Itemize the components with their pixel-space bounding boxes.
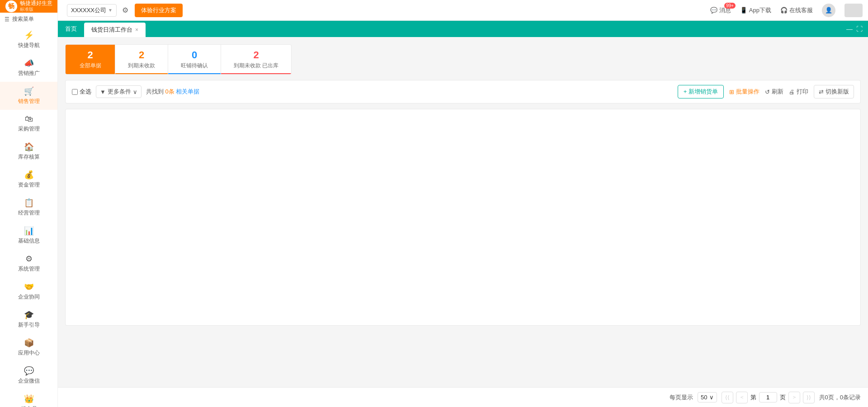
- online-service-action[interactable]: 🎧 在线客服: [780, 6, 813, 14]
- tabs-bar: 首页 钱货日清工作台 × — ⛶: [58, 21, 868, 37]
- batch-label: 批量操作: [736, 88, 760, 96]
- sidebar-item-label: 应用中心: [18, 349, 40, 357]
- search-label: 搜索菜单: [12, 15, 34, 23]
- sidebar-search[interactable]: ☰ 搜索菜单: [0, 13, 57, 26]
- per-page-label: 每页显示: [670, 393, 693, 402]
- sidebar-item-sales-mgmt[interactable]: 🛒 销售管理: [0, 82, 57, 110]
- sidebar-item-system-mgmt[interactable]: ⚙ 系统管理: [0, 249, 57, 277]
- mobile-icon: 📱: [740, 7, 747, 14]
- database-icon: 📊: [24, 226, 34, 236]
- stat-num-overdue: 2: [128, 49, 155, 61]
- print-icon: 🖨: [789, 89, 795, 95]
- sidebar-item-label: 快捷导航: [18, 42, 40, 49]
- search-icon: ☰: [5, 16, 9, 23]
- switch-btn[interactable]: ⇄ 切换新版: [814, 85, 854, 98]
- sidebar-item-quick-nav[interactable]: ⚡ 快捷导航: [0, 26, 57, 54]
- stat-tab-overdue[interactable]: 2 到期未收款: [115, 45, 168, 74]
- stats-tabs: 2 全部单据 2 到期未收款 0 旺铺待确认 2 到期未收款 已出库: [65, 44, 292, 75]
- tab-minimize-icon[interactable]: —: [846, 25, 853, 33]
- toolbar: 全选 ▼ 更多条件 ∨ 共找到 0条 相关单据 + 新增销货单 ⊞ 批量操作 ↺…: [65, 80, 861, 103]
- print-btn[interactable]: 🖨 打印: [789, 88, 808, 96]
- sidebar-logo: 畅 畅捷通好生意 标准版: [0, 0, 57, 13]
- found-count: 0条: [165, 88, 175, 95]
- settings-icon: ⚙: [122, 6, 128, 14]
- found-text: 共找到 0条 相关单据: [146, 88, 199, 96]
- app-download-action[interactable]: 📱 App下载: [740, 6, 771, 14]
- logo-text: 畅捷通好生意: [20, 0, 52, 6]
- stat-num-pending: 0: [181, 49, 208, 61]
- logo-icon: 畅: [5, 0, 17, 12]
- toolbar-left: 全选 ▼ 更多条件 ∨ 共找到 0条 相关单据: [72, 85, 672, 98]
- sidebar-item-enterprise[interactable]: 🤝 企业协同: [0, 277, 57, 305]
- handshake-icon: 🤝: [24, 282, 34, 292]
- stat-label-pending: 旺铺待确认: [181, 62, 208, 70]
- tab-home-label: 首页: [65, 25, 77, 33]
- sidebar-item-basic-info[interactable]: 📊 基础信息: [0, 221, 57, 249]
- stat-num-all: 2: [78, 49, 102, 61]
- tab-active[interactable]: 钱货日清工作台 ×: [84, 23, 146, 37]
- per-page-select[interactable]: 50 ∨: [698, 392, 717, 402]
- bag-icon: 🛍: [25, 114, 33, 124]
- company-name: XXXXXX公司: [71, 6, 106, 14]
- sidebar-item-finance[interactable]: 💰 资金管理: [0, 165, 57, 193]
- sidebar-item-newbie[interactable]: 🎓 新手引导: [0, 305, 57, 333]
- pagination-bar: 每页显示 50 ∨ ⟨⟨ ＜ 第 页 ＞ ⟩⟩ 共0页，0条记录: [58, 387, 868, 407]
- refresh-btn[interactable]: ↺ 刷新: [765, 88, 783, 96]
- page-first-btn[interactable]: ⟨⟨: [722, 392, 733, 403]
- tab-right-actions: — ⛶: [846, 21, 868, 37]
- filter-icon: ▼: [100, 89, 106, 95]
- settings-button[interactable]: ⚙: [120, 4, 130, 16]
- page-next-btn[interactable]: ＞: [788, 392, 800, 403]
- company-selector[interactable]: XXXXXX公司 ▼: [67, 4, 117, 17]
- user-icon: 👤: [825, 7, 832, 14]
- sidebar-item-member[interactable]: 👑 畅会员: [0, 389, 57, 407]
- house-icon: 🏠: [24, 142, 34, 152]
- sidebar-item-inventory[interactable]: 🏠 库存核算: [0, 137, 57, 165]
- tab-maximize-icon[interactable]: ⛶: [856, 25, 863, 33]
- stat-tab-all[interactable]: 2 全部单据: [66, 45, 115, 74]
- stat-tab-shipped[interactable]: 2 到期未收款 已出库: [221, 45, 291, 74]
- sidebar-item-app-center[interactable]: 📦 应用中心: [0, 333, 57, 361]
- money-icon: 💰: [24, 170, 34, 180]
- batch-action-btn[interactable]: ⊞ 批量操作: [729, 88, 760, 96]
- grad-icon: 🎓: [24, 310, 34, 320]
- avatar[interactable]: 👤: [822, 4, 835, 17]
- sidebar-item-marketing[interactable]: 📣 营销推广: [0, 54, 57, 82]
- sidebar-item-label: 资金管理: [18, 181, 40, 189]
- select-all-input[interactable]: [72, 89, 78, 95]
- select-all-checkbox[interactable]: 全选: [72, 88, 91, 96]
- sidebar-item-label: 采购管理: [18, 125, 40, 133]
- page-total: 共0页，0条记录: [819, 393, 861, 402]
- sidebar: 畅 畅捷通好生意 标准版 ☰ 搜索菜单 ⚡ 快捷导航 📣 营销推广 🛒 销售管理…: [0, 0, 58, 407]
- new-order-btn[interactable]: + 新增销货单: [678, 85, 724, 98]
- found-link[interactable]: 相关单据: [176, 88, 199, 95]
- message-action[interactable]: 💬 消息 99+: [710, 6, 731, 14]
- sidebar-item-enterprise-wechat[interactable]: 💬 企业微信: [0, 361, 57, 389]
- stat-label-shipped: 到期未收款 已出库: [234, 62, 278, 70]
- sidebar-item-purchase-mgmt[interactable]: 🛍 采购管理: [0, 110, 57, 137]
- top-header: XXXXXX公司 ▼ ⚙ 体验行业方案 💬 消息 99+ 📱 App下载 🎧 在…: [58, 0, 868, 21]
- page-input[interactable]: [759, 392, 777, 402]
- experience-btn[interactable]: 体验行业方案: [135, 4, 183, 17]
- tab-close-icon[interactable]: ×: [135, 27, 138, 33]
- user-menu[interactable]: [844, 4, 863, 17]
- sidebar-item-label: 企业协同: [18, 293, 40, 301]
- tab-home[interactable]: 首页: [58, 21, 84, 37]
- headset-icon: 🎧: [780, 7, 788, 14]
- page-prev-btn[interactable]: ＜: [736, 392, 748, 403]
- filter-button[interactable]: ▼ 更多条件 ∨: [96, 85, 142, 98]
- megaphone-icon: 📣: [24, 58, 34, 68]
- print-label: 打印: [797, 88, 808, 96]
- page-last-btn[interactable]: ⟩⟩: [803, 392, 815, 403]
- switch-label: 切换新版: [826, 88, 849, 96]
- message-badge: 99+: [724, 3, 736, 9]
- sidebar-item-operations[interactable]: 📋 经营管理: [0, 193, 57, 221]
- chat-icon: 💬: [24, 366, 34, 376]
- refresh-icon: ↺: [765, 89, 770, 95]
- page-nav: ⟨⟨ ＜ 第 页 ＞ ⟩⟩: [722, 392, 815, 403]
- stat-tab-pending[interactable]: 0 旺铺待确认: [168, 45, 221, 74]
- select-all-label: 全选: [80, 88, 91, 96]
- sidebar-item-label: 营销推广: [18, 70, 40, 77]
- logo-sub: 标准版: [20, 6, 52, 13]
- switch-icon: ⇄: [819, 89, 824, 95]
